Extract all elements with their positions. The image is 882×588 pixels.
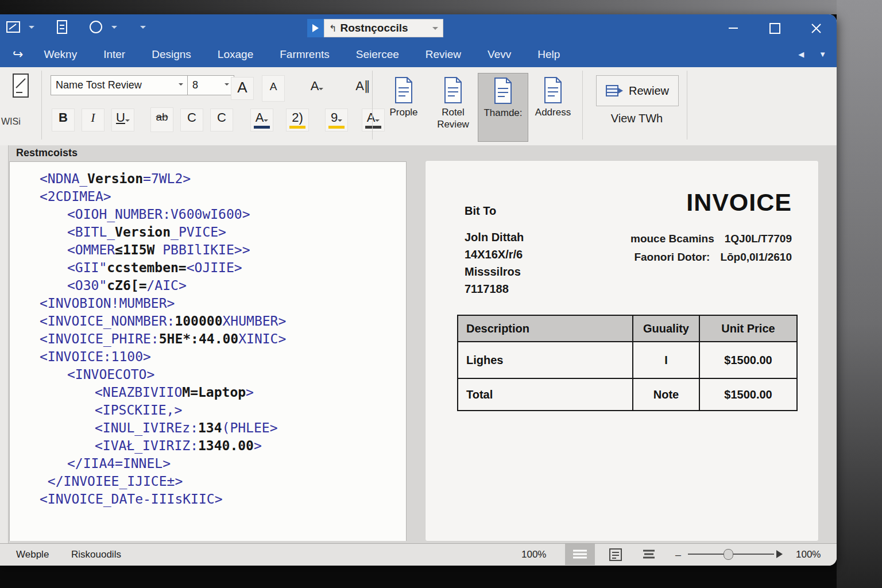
ribbon-button-rotel-review[interactable]: Rotel Review <box>428 73 478 141</box>
left-margin-strip <box>0 145 9 544</box>
bold-button[interactable]: B <box>52 109 75 131</box>
italic-button[interactable]: I <box>82 109 105 131</box>
table-cell: $1500.00 <box>699 342 797 378</box>
ribbon-button-thamde[interactable]: Thamde: <box>478 73 528 142</box>
maximize-button[interactable] <box>754 14 795 42</box>
clipboard-icon[interactable] <box>56 20 68 34</box>
review-button[interactable]: Rewiew <box>596 75 679 106</box>
code-line: <OMMER≤1I5W PBBIlIKIE>> <box>10 241 406 259</box>
menu-tab-loxage[interactable]: Loxage <box>218 48 253 61</box>
ribbon-collapse-icon[interactable]: ▼ <box>819 50 826 59</box>
desktop-background-right <box>837 0 882 588</box>
table-row: LighesƖ$1500.00 <box>458 342 797 378</box>
code-line: <NDNA_Version=7WL2> <box>10 170 406 188</box>
status-bar: Webple Riskouodils 100% – 100% <box>0 543 837 566</box>
font-format-tools: B I U ab Ϲ Ϲ A 2) 9 A <box>52 107 385 132</box>
table-header-description: Description <box>458 315 633 342</box>
status-item-words[interactable]: Riskouodils <box>71 549 121 560</box>
font-size-tools: A A A A∥ <box>231 75 374 102</box>
ribbon-pin-icon[interactable]: ◀ <box>798 50 804 59</box>
chevron-down-icon[interactable] <box>432 27 438 33</box>
code-line: <O30"cZ6[=/AIC> <box>10 277 406 295</box>
number-format-button[interactable]: 9 <box>325 109 348 131</box>
ribbon-button-address[interactable]: Address <box>528 73 578 141</box>
code-line: <INVOECOTO> <box>10 366 406 384</box>
text-effects-button[interactable]: A∥ <box>351 77 374 100</box>
superscript-button[interactable]: Ϲ <box>210 109 233 131</box>
menu-tab-seiercee[interactable]: Seiercee <box>356 48 399 61</box>
paste-button[interactable] <box>5 72 38 103</box>
code-line: <OIOH_NUMBER:V600wI600> <box>10 206 406 223</box>
code-line: <IPSCKIIE,> <box>10 401 406 419</box>
code-line: <INVOICE_NONMBER:100000XHUMBER> <box>10 312 406 330</box>
invoice-meta-row: mouce Bcamins1QJ0L/T7709 <box>630 230 792 248</box>
review-group-label: View TWh <box>596 112 678 125</box>
menu-tab-review[interactable]: Review <box>425 48 461 61</box>
document-tab[interactable]: Restmcoists <box>16 147 78 159</box>
app-window: ↰ Rostnçoccils ↪ WeknyInterDesignsLoxage… <box>0 14 837 566</box>
subscript-button[interactable]: Ϲ <box>180 109 203 131</box>
web-layout-button[interactable] <box>634 544 664 565</box>
table-header-unit-price: Unit Price <box>699 315 797 342</box>
ribbon-separator <box>372 71 373 140</box>
clipboard-group-label: WISi <box>1 117 21 127</box>
menu-tab-inter[interactable]: Inter <box>103 48 125 61</box>
grow-font-button[interactable]: A <box>231 77 254 100</box>
document-icon <box>392 76 415 104</box>
document-icon <box>541 76 564 104</box>
chevron-down-icon[interactable] <box>179 83 183 88</box>
document-icon <box>492 77 514 105</box>
table-cell: Total <box>458 378 633 411</box>
address-line: 14X16X/r/6 <box>465 246 524 263</box>
code-line: <INUL_IVIREz:134(PHLEE> <box>10 419 406 437</box>
undo-dropdown-icon[interactable] <box>111 26 117 32</box>
minimize-button[interactable] <box>713 14 754 42</box>
draft-view-button[interactable] <box>565 544 595 565</box>
highlight-color-button[interactable]: 2) <box>286 109 309 131</box>
save-icon[interactable] <box>6 20 21 34</box>
shrink-font-button[interactable]: A <box>262 75 285 102</box>
ribbon-separator <box>687 71 687 140</box>
paste-icon <box>10 72 33 100</box>
zoom-slider-knob[interactable] <box>724 549 733 560</box>
play-icon[interactable] <box>307 19 324 37</box>
underline-button[interactable]: U <box>111 109 134 131</box>
title-search-box[interactable]: ↰ Rostnçoccils <box>307 19 443 37</box>
bill-to-address: Joln Dittah14X16X/r/6Misssilros7117188 <box>465 229 524 297</box>
menu-tab-designs[interactable]: Designs <box>152 48 191 61</box>
qat-customize-icon[interactable] <box>140 26 146 32</box>
quick-access-toolbar <box>6 20 146 34</box>
invoice-preview-pane[interactable]: INVOICE Bit To Joln Dittah14X16X/r/6Miss… <box>425 160 819 541</box>
web-layout-icon <box>642 549 656 560</box>
invoice-meta: mouce Bcamins1QJ0L/T7709Faonori Dotor:Lō… <box>630 230 792 266</box>
search-text[interactable]: Rostnçoccils <box>340 22 429 34</box>
font-name-combobox[interactable]: Name Tost Review <box>51 75 188 95</box>
invoice-meta-row: Faonori Dotor:Lōp0,0l1/2610 <box>630 248 792 266</box>
strikethrough-button[interactable]: ab <box>150 107 173 132</box>
font-color-button[interactable]: A <box>250 109 273 131</box>
code-line: <INVOICE_PHIRE:5HE*:44.00XINIC> <box>10 330 406 348</box>
redo-arrow-icon[interactable]: ↪ <box>13 47 23 62</box>
save-dropdown-icon[interactable] <box>29 26 34 32</box>
undo-icon[interactable] <box>88 20 103 34</box>
code-line: <INVOBION!MUMBER> <box>10 295 406 312</box>
menu-tab-wekny[interactable]: Wekny <box>44 48 77 61</box>
zoom-out-icon[interactable]: – <box>675 549 682 559</box>
change-case-button[interactable]: A <box>305 77 328 100</box>
print-layout-button[interactable] <box>601 544 630 565</box>
xml-code-pane[interactable]: <NDNA_Version=7WL2><2CDIMEA><OIOH_NUMBER… <box>9 161 407 541</box>
document-icon <box>442 76 465 104</box>
ribbon-button-prople[interactable]: Prople <box>379 73 428 141</box>
ribbon-button-label: Thamde: <box>478 107 528 119</box>
table-header-guuality: Guuality <box>633 315 699 342</box>
status-item-page[interactable]: Webple <box>16 549 49 560</box>
font-size-combobox[interactable]: 8 <box>187 75 234 95</box>
ribbon-button-label: Rotel Review <box>428 106 478 130</box>
menu-tab-vevv[interactable]: Vevv <box>488 48 511 61</box>
address-line: 7117188 <box>465 280 524 297</box>
close-button[interactable] <box>795 14 837 42</box>
menu-tab-help[interactable]: Help <box>537 48 560 61</box>
chevron-down-icon[interactable] <box>225 83 229 88</box>
zoom-in-icon[interactable] <box>776 550 787 558</box>
menu-tab-farmrents[interactable]: Farmrents <box>280 48 330 61</box>
